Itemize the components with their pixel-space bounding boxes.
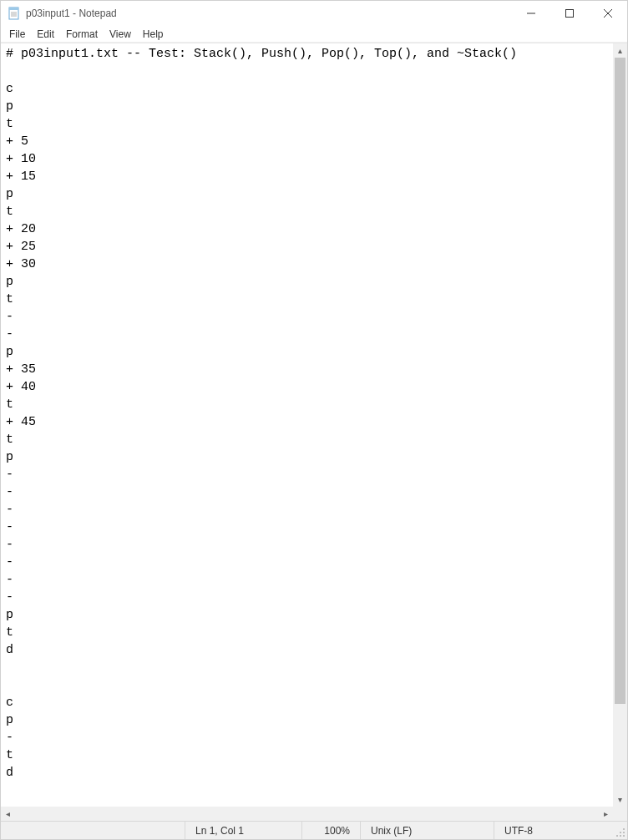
scrollbar-corner [613,807,627,821]
status-eol: Unix (LF) [360,822,494,839]
svg-point-11 [620,832,621,833]
window-title: p03input1 - Notepad [26,8,117,19]
menu-edit[interactable]: Edit [32,27,59,42]
scroll-up-icon[interactable]: ▴ [613,43,627,58]
close-button[interactable] [589,1,627,26]
statusbar: Ln 1, Col 1 100% Unix (LF) UTF-8 [1,821,627,839]
menu-file[interactable]: File [4,27,30,42]
vertical-scrollbar[interactable]: ▴ ▾ [613,43,627,807]
svg-point-14 [616,835,618,837]
status-lncol: Ln 1, Col 1 [185,822,301,839]
status-encoding: UTF-8 [494,822,613,839]
svg-point-9 [623,828,625,830]
menu-format[interactable]: Format [61,27,103,42]
menu-help[interactable]: Help [138,27,169,42]
svg-point-10 [623,832,625,833]
editor-area: # p03input1.txt -- Test: Stack(), Push()… [1,43,627,807]
status-empty [1,822,185,839]
scrollbar-thumb[interactable] [615,58,625,704]
status-zoom: 100% [301,822,360,839]
scroll-down-icon[interactable]: ▾ [613,792,627,807]
scroll-right-icon[interactable]: ▸ [599,807,613,821]
text-editor[interactable]: # p03input1.txt -- Test: Stack(), Push()… [1,43,613,807]
svg-rect-1 [9,8,18,10]
scrollbar-track[interactable] [613,58,627,792]
scrollbar-track-h[interactable] [15,807,599,821]
scroll-left-icon[interactable]: ◂ [1,807,15,821]
minimize-button[interactable] [512,1,550,26]
svg-point-12 [623,835,625,837]
menu-view[interactable]: View [104,27,136,42]
resize-grip-icon[interactable] [613,822,627,839]
svg-point-13 [620,835,621,837]
maximize-button[interactable] [550,1,589,26]
horizontal-scrollbar[interactable]: ◂ ▸ [1,807,627,821]
notepad-icon [8,7,21,20]
svg-rect-6 [566,10,574,18]
titlebar: p03input1 - Notepad [1,1,627,26]
menubar: File Edit Format View Help [1,26,627,43]
